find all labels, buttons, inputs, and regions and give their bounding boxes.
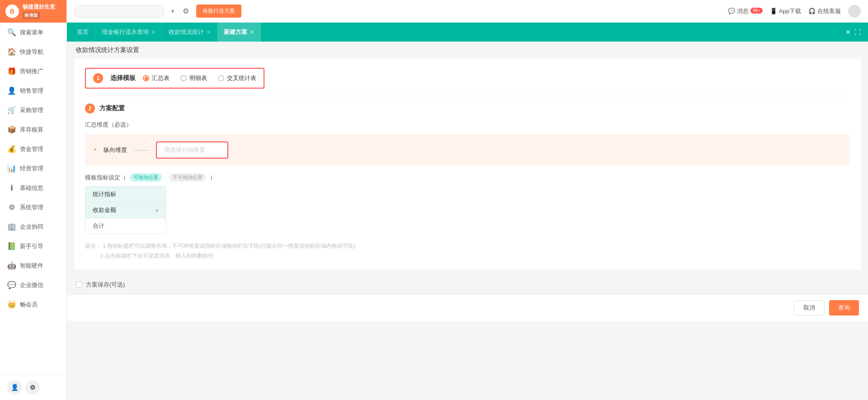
sidebar-item-inventory[interactable]: 📦 库存核算 xyxy=(0,120,66,139)
sidebar-label-wechat: 企业微信 xyxy=(20,281,43,289)
building-icon: 🏢 xyxy=(7,222,16,231)
tab-expand-icon[interactable]: ⛶ xyxy=(854,28,861,36)
unmovable-tag: 不可拖动位置 xyxy=(169,173,206,182)
sidebar-item-sales[interactable]: 👤 销售管理 xyxy=(0,81,66,100)
tips-title: 提示： xyxy=(85,243,101,249)
tab-newplan-close[interactable]: ✕ xyxy=(250,29,254,35)
cancel-button[interactable]: 取消 xyxy=(794,300,825,315)
tab-collection-close[interactable]: ✕ xyxy=(207,29,211,35)
sidebar-item-member[interactable]: 👑 畅会员 xyxy=(0,295,66,314)
tab-cashflow-label: 现金银行流水查询 xyxy=(102,28,149,36)
sidebar-setting-icon[interactable]: ⚙ xyxy=(25,380,40,395)
radio-summary-circle xyxy=(143,75,149,81)
dimension-area: * 纵向维度 —— 请选择分组维度 xyxy=(85,134,850,166)
radio-detail-circle xyxy=(180,75,187,81)
logo-text-area: 畅捷通好生意 标准版 xyxy=(23,4,55,19)
sidebar-label-member: 畅会员 xyxy=(20,301,38,309)
metrics-table-header: 统计指标 xyxy=(85,187,166,202)
message-icon: 💬 xyxy=(728,8,735,14)
settings-icon[interactable]: ⚙ xyxy=(183,7,189,15)
tab-close-window-icon[interactable]: ✕ xyxy=(845,28,851,36)
message-item[interactable]: 💬 消息 99+ xyxy=(728,7,763,15)
save-checkbox[interactable] xyxy=(76,282,82,288)
metrics-title-text: 模板指标设定（ xyxy=(85,174,126,182)
metrics-total-row: 合计 xyxy=(85,218,166,234)
sidebar-label-sales: 销售管理 xyxy=(20,87,43,95)
radio-summary[interactable]: 汇总表 xyxy=(143,74,170,82)
avatar[interactable] xyxy=(848,5,861,18)
section2-header: 2 方案配置 xyxy=(85,104,850,113)
tabs-right-controls: ✕ ⛶ xyxy=(845,28,864,36)
radio-cross[interactable]: 交叉统计表 xyxy=(218,74,256,82)
metrics-col-header[interactable]: 收款金额 ∨ xyxy=(85,202,166,218)
service-item[interactable]: 🎧 在线客服 xyxy=(808,7,841,15)
download-item[interactable]: 📱 App下载 xyxy=(770,7,801,15)
radio-detail[interactable]: 明细表 xyxy=(180,74,207,82)
logo-text: 畅捷通好生意 xyxy=(23,4,55,11)
trial-button[interactable]: 体验行业方案 xyxy=(196,5,241,18)
template-section: 1 选择模板 汇总表 明细表 交叉统计表 xyxy=(85,68,264,89)
content-area: 收款情况统计方案设置 1 选择模板 汇总表 明细表 xyxy=(67,42,868,400)
gift-icon: 🎁 xyxy=(7,67,16,75)
gear-icon: ⚙ xyxy=(7,203,16,212)
tab-cashflow-close[interactable]: ✕ xyxy=(151,29,156,35)
sidebar-item-operations[interactable]: 📊 经营管理 xyxy=(0,159,66,178)
save-label: 方案保存(可选) xyxy=(86,281,125,289)
sidebar-label-enterprise: 企业协同 xyxy=(20,223,43,231)
section2-label: 方案配置 xyxy=(99,104,125,113)
logo-icon: B xyxy=(5,5,19,18)
required-star: * xyxy=(94,147,96,154)
dimension-selector[interactable]: 请选择分组维度 xyxy=(156,141,228,159)
tab-cashflow[interactable]: 现金银行流水查询 ✕ xyxy=(95,23,162,42)
radio-detail-label: 明细表 xyxy=(189,74,207,82)
tab-collection[interactable]: 收款情况统计 ✕ xyxy=(162,23,217,42)
sidebar-label-guide: 新手引导 xyxy=(20,242,43,250)
chart-icon: 📊 xyxy=(7,164,16,173)
radio-cross-label: 交叉统计表 xyxy=(227,74,256,82)
page-title: 收款情况统计方案设置 xyxy=(67,42,868,59)
main-card: 1 选择模板 汇总表 明细表 交叉统计表 xyxy=(74,59,861,270)
metrics-table: 统计指标 收款金额 ∨ 合计 xyxy=(85,186,166,234)
metrics-dropdown-icon[interactable]: ∨ xyxy=(155,207,159,213)
sidebar-user-icon[interactable]: 👤 xyxy=(7,380,22,395)
sidebar-label-marketing: 营销推广 xyxy=(20,67,43,75)
sidebar-item-hardware[interactable]: 🤖 智能硬件 xyxy=(0,256,66,275)
sidebar-label-system: 系统管理 xyxy=(20,203,43,212)
tab-home-label: 首页 xyxy=(77,28,89,36)
template-radio-group: 汇总表 明细表 交叉统计表 xyxy=(143,74,256,82)
tips-item-2: 2.点击标题栏下拉可设置排序、插入列和删除列 xyxy=(100,253,213,259)
sidebar-label-search: 搜索菜单 xyxy=(20,28,43,37)
tab-newplan[interactable]: 新建方案 ✕ xyxy=(217,23,261,42)
metrics-close: ） xyxy=(210,174,216,182)
sidebar-item-marketing[interactable]: 🎁 营销推广 xyxy=(0,61,66,81)
search-input[interactable] xyxy=(74,5,165,18)
sidebar-label-nav: 快捷导航 xyxy=(20,48,43,56)
sidebar-item-basic-info[interactable]: ℹ 基础信息 xyxy=(0,178,66,198)
money-icon: 💰 xyxy=(7,145,16,153)
sidebar-item-search[interactable]: 🔍 搜索菜单 xyxy=(0,23,66,42)
search-dropdown-arrow[interactable]: ▼ xyxy=(170,8,175,14)
sidebar-item-nav[interactable]: 🏠 快捷导航 xyxy=(0,42,66,61)
sidebar-item-finance[interactable]: 💰 资金管理 xyxy=(0,139,66,159)
radio-summary-label: 汇总表 xyxy=(152,74,170,82)
metrics-col-label: 收款金额 xyxy=(93,206,116,214)
dimension-title: 汇总维度（必选） xyxy=(85,121,850,129)
sidebar-item-wechat[interactable]: 💬 企业微信 xyxy=(0,275,66,295)
sidebar-item-guide[interactable]: 📗 新手引导 xyxy=(0,236,66,256)
sidebar-label-hardware: 智能硬件 xyxy=(20,262,43,270)
sidebar-item-enterprise[interactable]: 🏢 企业协同 xyxy=(0,217,66,236)
tab-collection-label: 收款情况统计 xyxy=(169,28,204,36)
download-label: App下载 xyxy=(779,7,801,15)
query-button[interactable]: 查询 xyxy=(829,300,859,315)
stats-label: 统计指标 xyxy=(93,190,116,198)
sidebar-label-basic-info: 基础信息 xyxy=(20,184,43,192)
metrics-header: 模板指标设定（ 可拖动位置 不可拖动位置 ） xyxy=(85,173,850,182)
sidebar-item-purchase[interactable]: 🛒 采购管理 xyxy=(0,100,66,120)
sidebar-item-system[interactable]: ⚙ 系统管理 xyxy=(0,198,66,217)
search-icon: 🔍 xyxy=(7,28,16,37)
sidebar-label-inventory: 库存核算 xyxy=(20,126,43,134)
arrow-icon: —— xyxy=(134,146,149,154)
tab-home[interactable]: 首页 xyxy=(71,23,95,42)
headset-icon: 🎧 xyxy=(808,8,816,14)
vertical-label: 纵向维度 xyxy=(104,146,127,154)
